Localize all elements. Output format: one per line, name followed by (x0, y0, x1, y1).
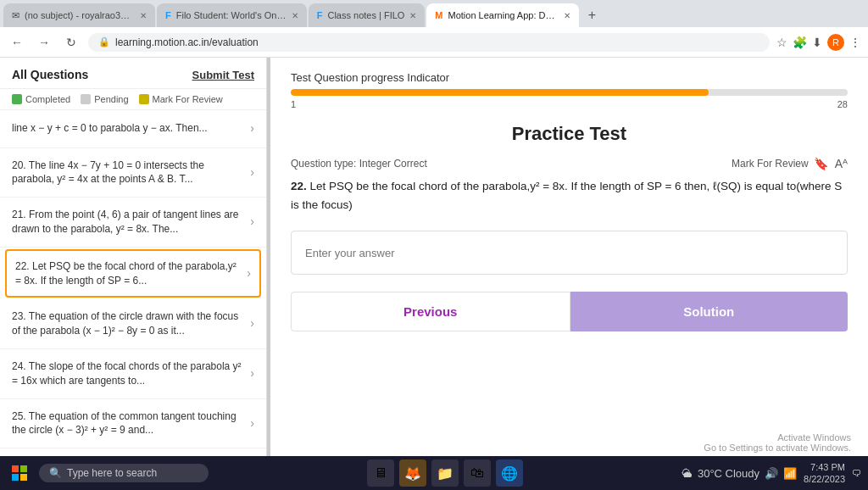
url-bar[interactable]: 🔒 learning.motion.ac.in/evaluation (88, 33, 770, 52)
chevron-right-icon: › (250, 214, 254, 231)
progress-bar-fill (291, 89, 709, 96)
completed-label: Completed (25, 94, 70, 104)
review-label: Mark For Review (153, 94, 223, 104)
bookmark-icon: 🔖 (814, 157, 828, 170)
tab-motion[interactable]: M Motion Learning App: Downloa... ✕ (426, 3, 578, 27)
sidebar-header: All Questions Submit Test (0, 58, 266, 89)
question-number: 22. (291, 180, 307, 192)
list-item[interactable]: 24. The slope of the focal chords of the… (0, 349, 266, 399)
submit-test-button[interactable]: Submit Test (192, 69, 254, 81)
tab-close-icon[interactable]: ✕ (409, 11, 416, 20)
question-text: Let PSQ be the focal chord of the parabo… (291, 180, 842, 211)
tab-label: (no subject) - royalrao30420070 (25, 10, 135, 20)
bookmark-icon[interactable]: ☆ (776, 36, 787, 49)
tab-label: Filo Student: World's Only Live T... (176, 10, 287, 20)
mark-for-review-button[interactable]: Mark For Review 🔖 (732, 157, 828, 170)
sidebar-title: All Questions (12, 68, 88, 81)
question-text: 25. The equation of the common tangent t… (12, 409, 250, 438)
solution-button[interactable]: Solution (570, 292, 849, 331)
tab-classnotes[interactable]: F Class notes | FILO ✕ (309, 3, 426, 27)
previous-button[interactable]: Previous (291, 292, 570, 331)
legend: Completed Pending Mark For Review (0, 89, 266, 110)
legend-review: Mark For Review (139, 94, 223, 104)
tab-favicon: M (435, 10, 442, 20)
legend-pending: Pending (81, 94, 128, 104)
list-item[interactable]: 21. From the point (4, 6) a pair of tang… (0, 198, 266, 248)
mark-for-review-label: Mark For Review (732, 158, 809, 170)
font-size-icon[interactable]: Aᴬ (835, 157, 848, 170)
list-item[interactable]: 20. The line 4x − 7y + 10 = 0 intersects… (0, 148, 266, 198)
question-meta: Question type: Integer Correct Mark For … (291, 157, 848, 170)
question-list: line x − y + c = 0 to parabola y − ax. T… (0, 110, 266, 456)
chevron-right-icon: › (250, 365, 254, 382)
back-button[interactable]: ← (7, 32, 27, 53)
tab-favicon: F (317, 10, 323, 20)
url-text: learning.motion.ac.in/evaluation (115, 36, 259, 48)
tab-filo[interactable]: F Filo Student: World's Only Live T... ✕ (157, 3, 307, 27)
lock-icon: 🔒 (98, 36, 110, 47)
browser-tabs: ✉ (no subject) - royalrao30420070 ✕ F Fi… (0, 0, 868, 27)
question-text: 23. The equation of the circle drawn wit… (12, 309, 250, 338)
tab-label: Motion Learning App: Downloa... (448, 10, 559, 20)
tab-gmail[interactable]: ✉ (no subject) - royalrao30420070 ✕ (3, 3, 155, 27)
question-type: Question type: Integer Correct (291, 158, 427, 170)
browser-actions: ☆ 🧩 ⬇ R ⋮ (776, 34, 861, 51)
forward-button[interactable]: → (34, 32, 54, 53)
question-text: 24. The slope of the focal chords of the… (12, 359, 250, 388)
address-bar: ← → ↻ 🔒 learning.motion.ac.in/evaluation… (0, 27, 868, 58)
question-text: 20. The line 4x − 7y + 10 = 0 intersects… (12, 159, 250, 187)
chevron-right-icon: › (250, 164, 254, 181)
main-content: Test Question progress Indicator 22 1 28… (270, 58, 868, 456)
progress-start: 1 (291, 99, 296, 109)
app-body: All Questions Submit Test Completed Pend… (0, 58, 868, 456)
progress-label: Test Question progress Indicator (291, 71, 848, 84)
chevron-right-icon: › (247, 265, 251, 282)
list-item[interactable]: 23. The equation of the circle drawn wit… (0, 299, 266, 349)
answer-input[interactable] (291, 231, 848, 275)
list-item[interactable]: line x − y + c = 0 to parabola y − ax. T… (0, 110, 266, 148)
progress-title: Test Question progress Indicator (291, 71, 449, 84)
list-item[interactable]: 25. The equation of the common tangent t… (0, 399, 266, 449)
legend-completed: Completed (12, 94, 70, 104)
download-icon[interactable]: ⬇ (812, 36, 822, 49)
tab-close-icon[interactable]: ✕ (564, 11, 570, 20)
pending-dot (81, 94, 91, 104)
question-body: 22. Let PSQ be the focal chord of the pa… (291, 177, 848, 214)
tab-close-icon[interactable]: ✕ (292, 11, 298, 20)
list-item-active[interactable]: 22. Let PSQ be the focal chord of the pa… (5, 249, 261, 298)
completed-dot (12, 94, 22, 104)
action-buttons: Previous Solution (291, 292, 848, 331)
pending-label: Pending (94, 94, 128, 104)
review-dot (139, 94, 149, 104)
sidebar: All Questions Submit Test Completed Pend… (0, 58, 267, 456)
chevron-right-icon: › (250, 415, 254, 432)
chevron-right-icon: › (250, 315, 254, 332)
progress-numbers: 1 28 (291, 99, 848, 109)
progress-bar-container: 22 (291, 89, 848, 96)
extension-icon[interactable]: 🧩 (793, 36, 807, 49)
question-text: line x − y + c = 0 to parabola y − ax. T… (12, 121, 250, 136)
progress-end: 28 (837, 99, 848, 109)
menu-icon[interactable]: ⋮ (849, 36, 861, 49)
new-tab-button[interactable]: + (581, 3, 604, 27)
chevron-right-icon: › (250, 120, 254, 137)
profile-icon[interactable]: R (827, 34, 844, 51)
practice-title: Practice Test (291, 123, 848, 145)
tab-favicon: ✉ (12, 10, 19, 21)
tab-close-icon[interactable]: ✕ (140, 11, 147, 20)
progress-section: Test Question progress Indicator 22 1 28 (291, 71, 848, 109)
reload-button[interactable]: ↻ (61, 32, 81, 53)
tab-favicon: F (165, 10, 171, 20)
question-text: 21. From the point (4, 6) a pair of tang… (12, 208, 250, 237)
tab-label: Class notes | FILO (327, 10, 404, 20)
question-text: 22. Let PSQ be the focal chord of the pa… (15, 259, 247, 288)
